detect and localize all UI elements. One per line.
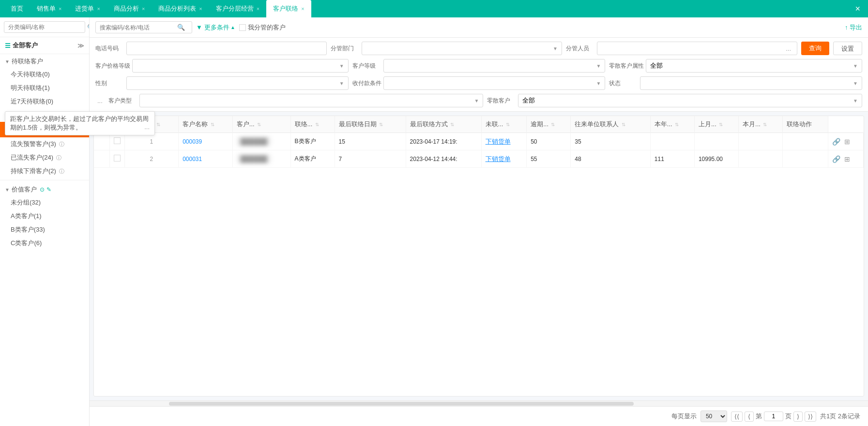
filter-customer-type-select[interactable]: ▼ [139, 94, 484, 107]
nav-product-analysis[interactable]: 商品分析 × [107, 0, 152, 17]
sidebar-tomorrow-pending[interactable]: 明天待联络(1) [0, 81, 89, 95]
prev-page-button[interactable]: ⟨ [745, 411, 754, 422]
filter-search-input[interactable] [100, 24, 177, 31]
nav-purchase-close[interactable]: × [97, 6, 100, 12]
filter-retail-attr-select[interactable]: 全部 ▼ [646, 59, 862, 73]
filter-phone-input[interactable] [126, 42, 327, 55]
row-last-date: 2023-04-17 14:19: [406, 133, 481, 150]
nav-product-list-close[interactable]: × [199, 6, 202, 12]
sidebar-pending-contact-group[interactable]: ▼ 待联络客户 [0, 54, 89, 68]
nav-customer-contact-close[interactable]: × [301, 6, 304, 12]
filter-payment-field: 收付款条件 ▼ [352, 76, 606, 90]
horizontal-scrollbar[interactable] [90, 400, 868, 406]
last-page-button[interactable]: ⟩⟩ [805, 411, 816, 422]
table-header-not-contacted: 未联... ⇅ [481, 116, 527, 133]
query-button[interactable]: 查询 [801, 42, 829, 55]
nav-purchase[interactable]: 进货单 × [68, 0, 107, 17]
this-year-sort-icon[interactable]: ⇅ [675, 122, 679, 127]
row-code[interactable]: 000031 [179, 150, 233, 168]
window-close-button[interactable]: × [855, 4, 864, 14]
sidebar-collapse-icon[interactable]: ≫ [77, 42, 84, 49]
filter-row-2: 客户价格等级 ▼ 客户等级 ▼ 零散客户属性 全部 [95, 59, 862, 73]
row-link-icon[interactable]: 🔗 [832, 138, 840, 146]
scroll-thumb[interactable] [169, 402, 634, 406]
row4-more-dots[interactable]: ... [97, 97, 103, 104]
page-number-input[interactable] [764, 411, 783, 421]
row-grid-icon[interactable]: ⊞ [844, 138, 850, 146]
top-navigation: 首页 销售单 × 进货单 × 商品分析 × 商品分析列表 × 客户分层经营 × … [0, 0, 868, 17]
sidebar-ungrouped[interactable]: 未分组(32) [0, 196, 89, 209]
nav-product-list[interactable]: 商品分析列表 × [152, 0, 209, 17]
name-sort-icon[interactable]: ⇅ [211, 122, 214, 127]
row-link-icon[interactable]: 🔗 [832, 155, 840, 163]
sidebar-lost-customers[interactable]: 已流失客户(24) ⓘ [0, 151, 89, 164]
sidebar-loss-warning[interactable]: 流失预警客户(3) ⓘ [0, 137, 89, 151]
sidebar: 🔍 ☰ 全部客户 ≫ ▼ 待联络客户 今天待联络(0) 明天待联络(1) 近7天… [0, 17, 90, 426]
payment-chevron-icon: ▼ [596, 81, 601, 86]
row-last-date: 2023-04-12 14:44: [406, 150, 481, 168]
row-grid-icon[interactable]: ⊞ [844, 155, 850, 163]
sidebar-b-class[interactable]: B类客户(33) [0, 223, 89, 236]
sidebar-search-input[interactable] [4, 21, 85, 33]
code-sort-icon[interactable]: ⇅ [156, 122, 160, 127]
contact-sort-icon[interactable]: ⇅ [315, 122, 319, 127]
overdue-sort-icon[interactable]: ⇅ [551, 122, 555, 127]
row-this-year: 10995.00 [694, 150, 738, 168]
nav-sales[interactable]: 销售单 × [30, 0, 68, 17]
nav-home[interactable]: 首页 [4, 0, 30, 17]
my-customers-checkbox[interactable] [239, 24, 246, 31]
tooltip-more-icon[interactable]: ... [144, 123, 150, 131]
row-company-contact [650, 133, 694, 150]
more-conditions-button[interactable]: ▼ 更多条件 ▲ [196, 23, 235, 32]
sidebar-arrow-icon: ▼ [5, 59, 10, 64]
value-edit-icon[interactable]: ⊙ [40, 186, 45, 193]
sidebar-today-pending[interactable]: 今天待联络(0) [0, 68, 89, 81]
row-last-method[interactable]: 下销货单 [481, 150, 527, 168]
last-month-sort-icon[interactable]: ⇅ [719, 122, 723, 127]
nav-customer-tier[interactable]: 客户分层经营 × [209, 0, 266, 17]
row-not-contacted: 50 [527, 133, 571, 150]
manager-more-icon[interactable]: ... [786, 45, 791, 52]
not-contacted-sort-icon[interactable]: ⇅ [506, 122, 510, 127]
nav-customer-contact[interactable]: 客户联络 × [266, 0, 311, 17]
filter-customer-level-select[interactable]: ▼ [383, 59, 606, 73]
row-code[interactable]: 000039 [179, 133, 233, 150]
nav-customer-tier-close[interactable]: × [257, 6, 259, 12]
filter-icon: ▼ [196, 24, 202, 31]
sidebar-7days-pending[interactable]: 近7天待联络(0) [0, 95, 89, 108]
sidebar-all-customers[interactable]: ☰ 全部客户 ≫ [0, 37, 89, 54]
row-last-method[interactable]: 下销货单 [481, 133, 527, 150]
next-page-button[interactable]: ⟩ [793, 411, 803, 422]
row-actions: 🔗 ⊞ [828, 150, 863, 168]
export-button[interactable]: ↑ 导出 [845, 23, 862, 32]
filter-manager-select[interactable]: ... [597, 42, 797, 55]
filter-status-select[interactable]: ▼ [640, 76, 862, 90]
this-month-sort-icon[interactable]: ⇅ [763, 122, 767, 127]
filter-dept-select[interactable]: ▼ [362, 42, 562, 55]
row-checkbox[interactable] [114, 155, 121, 162]
sidebar-value-customers-group[interactable]: ▼ 价值客户 ⊙ ✎ [0, 182, 89, 196]
cust-type-sort-icon[interactable]: ⇅ [257, 122, 261, 127]
filter-search-icon[interactable]: 🔍 [177, 24, 185, 31]
nav-sales-close[interactable]: × [59, 6, 61, 12]
row-checkbox-cell[interactable] [109, 150, 124, 168]
page-size-select[interactable]: 50 100 200 [700, 411, 727, 422]
filter-retail-customer-select[interactable]: 全部 ▼ [518, 94, 862, 107]
filter-gender-select[interactable]: ▼ [126, 76, 349, 90]
nav-product-analysis-close[interactable]: × [142, 6, 145, 12]
filter-price-level-select[interactable]: ▼ [132, 59, 349, 73]
last-method-sort-icon[interactable]: ⇅ [450, 122, 454, 127]
company-sort-icon[interactable]: ⇅ [622, 122, 625, 127]
row-name: ██████ [232, 150, 290, 168]
sidebar-a-class[interactable]: A类客户(1) [0, 209, 89, 223]
filter-payment-select[interactable]: ▼ [383, 76, 606, 90]
last-date-sort-icon[interactable]: ⇅ [379, 122, 383, 127]
value-settings-icon[interactable]: ✎ [46, 186, 51, 193]
settings-button[interactable]: 设置 [833, 42, 862, 55]
row-checkbox[interactable] [114, 137, 121, 144]
table-header-actions: 联络动作 [783, 116, 828, 133]
first-page-button[interactable]: ⟨⟨ [731, 411, 743, 422]
sidebar-declining-customers[interactable]: 持续下滑客户(2) ⓘ [0, 164, 89, 178]
my-customers-toggle[interactable]: 我分管的客户 [239, 23, 286, 32]
sidebar-c-class[interactable]: C类客户(6) [0, 236, 89, 250]
